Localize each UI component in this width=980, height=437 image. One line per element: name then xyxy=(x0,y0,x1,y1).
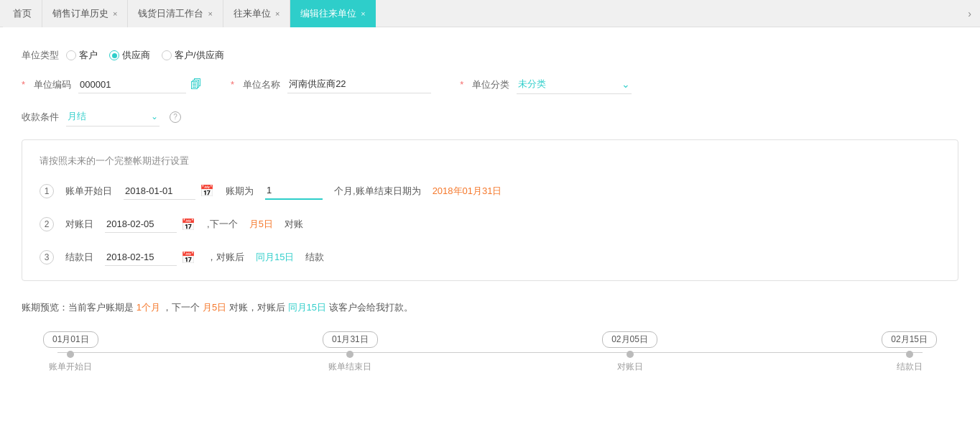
timeline-label-2: 02月05日 xyxy=(602,331,657,348)
timeline-dot-1 xyxy=(346,351,353,358)
row-1-field-label: 账单开始日 xyxy=(65,185,112,198)
row-3-desc-suffix: 结款 xyxy=(305,251,324,264)
timeline-label-1: 01月31日 xyxy=(323,331,378,348)
preview-highlight1: 1个月 xyxy=(137,302,160,313)
row-num-2: 2 xyxy=(40,217,54,231)
timeline-point-0: 01月01日 账单开始日 xyxy=(43,331,98,373)
close-edit-partner[interactable]: × xyxy=(361,9,365,18)
timeline-label-3: 02月15日 xyxy=(882,331,937,348)
row-2-desc-suffix: 对账 xyxy=(285,218,303,231)
unit-type-radio-group: 客户 供应商 客户/供应商 xyxy=(66,49,224,62)
preview-highlight2: 月5日 xyxy=(203,302,226,313)
unit-type-label: 单位类型 xyxy=(22,49,59,62)
radio-customer-circle xyxy=(66,50,76,60)
radio-supplier[interactable]: 供应商 xyxy=(109,49,150,62)
row-1-desc-suffix: 个月,账单结束日期为 xyxy=(334,185,421,198)
timeline-point-2: 02月05日 对账日 xyxy=(602,331,657,373)
row-1-highlight-date: 2018年01月31日 xyxy=(433,185,502,198)
payment-terms-value: 月结 xyxy=(68,110,151,123)
close-cash-workbench[interactable]: × xyxy=(208,9,212,18)
tab-home[interactable]: 首页 xyxy=(3,0,42,27)
tab-edit-partner-label: 编辑往来单位 xyxy=(300,7,356,20)
row-2-desc-prefix: ,下一个 xyxy=(207,218,238,231)
row-1-month-input[interactable] xyxy=(265,182,323,200)
radio-customer[interactable]: 客户 xyxy=(66,49,98,62)
unit-name-required: * xyxy=(231,79,234,90)
preview-middle1: ，下一个 xyxy=(162,302,200,313)
row-1-desc-prefix: 账期为 xyxy=(226,185,254,198)
unit-name-label: 单位名称 xyxy=(243,78,280,91)
unit-code-label: 单位编码 xyxy=(34,78,71,91)
radio-customer-label: 客户 xyxy=(79,49,98,62)
row-3-field-label: 结款日 xyxy=(65,251,93,264)
row-num-3: 3 xyxy=(40,250,54,264)
unit-details-row: * 单位编码 🗐 * 单位名称 * 单位分类 未分类 ⌄ xyxy=(22,75,958,94)
page-content: 单位类型 客户 供应商 客户/供应商 * 单位编码 🗐 * 单位名称 xyxy=(0,27,980,437)
close-sales-history[interactable]: × xyxy=(113,9,117,18)
payment-terms-row: 收款条件 月结 ⌄ ? xyxy=(22,107,958,126)
preview-highlight3: 同月15日 xyxy=(288,302,326,313)
tabs-right-arrow[interactable]: › xyxy=(962,8,977,19)
timeline-point-1: 01月31日 账单结束日 xyxy=(323,331,378,373)
timeline-wrapper: 01月01日 账单开始日 01月31日 账单结束日 02月05日 对账日 02月… xyxy=(22,331,958,373)
timeline-caption-2: 对账日 xyxy=(617,361,643,373)
row-2-date-group: 📅 xyxy=(105,216,195,233)
row-1-calendar-icon[interactable]: 📅 xyxy=(200,184,214,198)
row-1-date-input[interactable] xyxy=(124,183,195,200)
row-2-field-label: 对账日 xyxy=(65,218,93,231)
timeline-caption-3: 结款日 xyxy=(897,361,923,373)
unit-code-field-group: 🗐 xyxy=(78,76,202,93)
row-num-1: 1 xyxy=(40,184,54,198)
tab-home-label: 首页 xyxy=(13,7,32,20)
row-1-date-group: 📅 xyxy=(124,183,214,200)
tab-cash-workbench[interactable]: 钱货日清工作台 × xyxy=(128,0,223,27)
preview-suffix: 该客户会给我打款。 xyxy=(329,302,413,313)
payment-terms-select[interactable]: 月结 ⌄ xyxy=(66,107,160,126)
tabs-bar: 首页 销售订单历史 × 钱货日清工作台 × 往来单位 × 编辑往来单位 × › xyxy=(0,0,980,27)
card-row-2: 2 对账日 📅 ,下一个 月5日 对账 xyxy=(40,216,940,233)
row-3-date-group: 📅 xyxy=(105,249,195,266)
card-row-3: 3 结款日 📅 ，对账后 同月15日 结款 xyxy=(40,249,940,266)
tab-sales-history[interactable]: 销售订单历史 × xyxy=(42,0,128,27)
radio-supplier-label: 供应商 xyxy=(122,49,150,62)
tab-partner-units-label: 往来单位 xyxy=(234,7,271,20)
timeline-label-0: 01月01日 xyxy=(43,331,98,348)
section-hint: 请按照未来的一个完整帐期进行设置 xyxy=(40,155,940,167)
card-row-1: 1 账单开始日 📅 账期为 个月,账单结束日期为 2018年01月31日 xyxy=(40,182,940,200)
row-3-date-input[interactable] xyxy=(105,249,177,266)
tab-edit-partner[interactable]: 编辑往来单位 × xyxy=(290,0,375,27)
timeline-dot-0 xyxy=(67,351,74,358)
period-settings-card: 请按照未来的一个完整帐期进行设置 1 账单开始日 📅 账期为 个月,账单结束日期… xyxy=(22,139,958,281)
unit-code-input[interactable] xyxy=(78,76,186,93)
close-partner-units[interactable]: × xyxy=(275,9,279,18)
row-3-desc-prefix: ，对账后 xyxy=(207,251,244,264)
timeline-caption-1: 账单结束日 xyxy=(328,361,371,373)
unit-type-row: 单位类型 客户 供应商 客户/供应商 xyxy=(22,49,958,62)
copy-icon[interactable]: 🗐 xyxy=(190,78,202,91)
unit-category-select[interactable]: 未分类 ⌄ xyxy=(517,75,632,94)
preview-prefix: 账期预览：当前客户账期是 xyxy=(22,302,134,313)
preview-middle2: 对账，对账后 xyxy=(229,302,285,313)
unit-cat-required: * xyxy=(460,79,463,90)
row-3-highlight-day: 同月15日 xyxy=(256,251,294,264)
radio-supplier-circle xyxy=(109,50,119,60)
radio-customer-supplier-label: 客户/供应商 xyxy=(175,49,224,62)
unit-cat-label: 单位分类 xyxy=(472,78,509,91)
tab-cash-workbench-label: 钱货日清工作台 xyxy=(138,7,203,20)
row-2-date-input[interactable] xyxy=(105,216,177,233)
unit-name-input[interactable] xyxy=(287,76,431,93)
tab-partner-units[interactable]: 往来单位 × xyxy=(223,0,290,27)
payment-terms-label: 收款条件 xyxy=(22,111,59,124)
row-2-highlight-day: 月5日 xyxy=(249,218,273,231)
radio-customer-supplier[interactable]: 客户/供应商 xyxy=(162,49,224,62)
row-3-calendar-icon[interactable]: 📅 xyxy=(181,251,195,264)
unit-category-value: 未分类 xyxy=(518,78,621,91)
preview-text: 账期预览：当前客户账期是 1个月 ，下一个 月5日 对账，对账后 同月15日 该… xyxy=(22,301,958,314)
timeline-points: 01月01日 账单开始日 01月31日 账单结束日 02月05日 对账日 02月… xyxy=(43,331,937,373)
help-icon[interactable]: ? xyxy=(170,111,181,123)
tab-sales-history-label: 销售订单历史 xyxy=(52,7,108,20)
row-2-calendar-icon[interactable]: 📅 xyxy=(181,218,195,231)
category-dropdown-arrow: ⌄ xyxy=(621,78,630,90)
timeline-caption-0: 账单开始日 xyxy=(49,361,92,373)
timeline-dot-2 xyxy=(627,351,634,358)
